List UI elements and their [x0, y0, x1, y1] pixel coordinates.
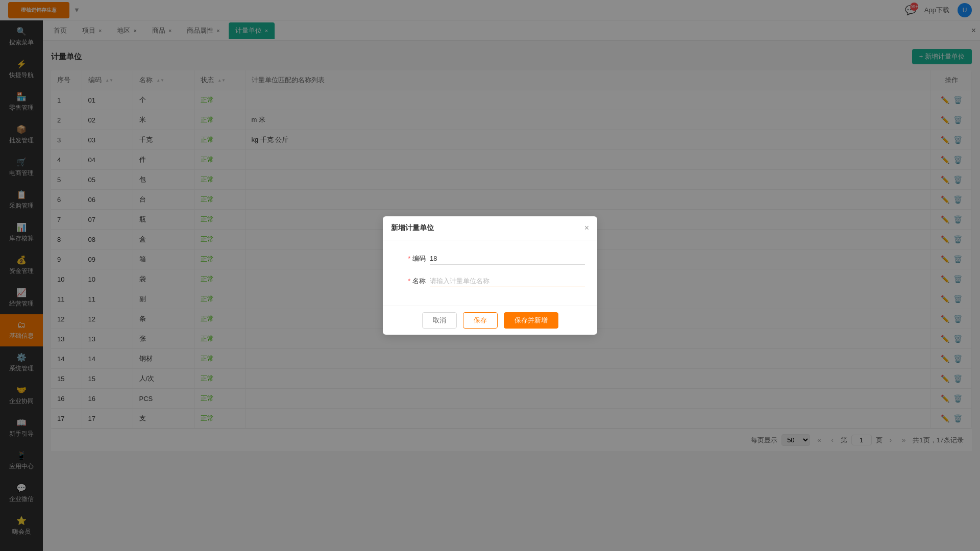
- save-button[interactable]: 保存: [463, 312, 498, 329]
- modal-close-button[interactable]: ×: [584, 223, 589, 233]
- save-and-new-button[interactable]: 保存并新增: [504, 312, 558, 329]
- modal-title: 新增计量单位: [391, 223, 434, 233]
- modal-body: 编码 名称: [383, 240, 597, 306]
- name-field-label: 名称: [395, 277, 426, 286]
- code-field-label: 编码: [395, 254, 426, 263]
- add-unit-modal: 新增计量单位 × 编码 名称 取消 保存 保存并新增: [383, 216, 597, 335]
- name-input[interactable]: [430, 275, 585, 287]
- modal-overlay: 新增计量单位 × 编码 名称 取消 保存 保存并新增: [0, 0, 980, 551]
- form-row-code: 编码: [395, 253, 585, 265]
- modal-footer: 取消 保存 保存并新增: [383, 306, 597, 335]
- code-input[interactable]: [430, 253, 585, 265]
- form-row-name: 名称: [395, 275, 585, 287]
- cancel-button[interactable]: 取消: [422, 312, 457, 329]
- modal-header: 新增计量单位 ×: [383, 216, 597, 240]
